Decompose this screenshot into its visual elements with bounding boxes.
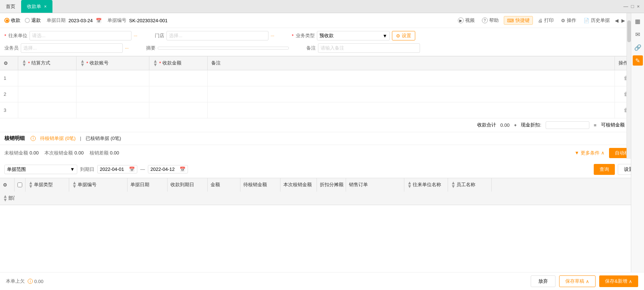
- calendar-icon[interactable]: 📅: [96, 18, 102, 23]
- th-account: ▲▼ * 收款账号: [76, 56, 149, 70]
- range-select[interactable]: 单据范围 ▼: [4, 165, 77, 174]
- shop-more-btn[interactable]: ···: [271, 33, 274, 38]
- chevron-up-icon: ∧: [601, 150, 605, 156]
- vth-checkbox[interactable]: [15, 178, 25, 192]
- vth-discount: 折扣分摊额: [317, 178, 346, 192]
- radio-income-circle: [4, 18, 9, 23]
- date-dash: —: [140, 166, 145, 172]
- business-type-select[interactable]: 预收款 ▼: [317, 31, 390, 40]
- th-settings[interactable]: ⚙: [0, 56, 18, 70]
- date-end-input[interactable]: 2022-04-12 📅: [148, 165, 188, 173]
- draft-chevron-icon: ∧: [586, 279, 589, 284]
- prev-info-icon[interactable]: i: [28, 279, 33, 284]
- nav-right-icon[interactable]: ▶: [621, 18, 625, 23]
- settings-label: 设置: [402, 32, 411, 39]
- verify-header: 核销明细 i 待核销单据 (0笔) | 已核销单据 (0笔): [0, 132, 644, 145]
- bottom-bar: 本单上欠 i 0.00 放弃 保存草稿 ∧ 保存&新增 ∧: [0, 272, 644, 290]
- window-min-btn[interactable]: —: [624, 4, 628, 9]
- td-num-2: 2: [0, 86, 18, 102]
- radio-refund[interactable]: 退款: [25, 17, 41, 24]
- verify-info-icon[interactable]: i: [31, 136, 36, 141]
- calendar-end-icon: 📅: [180, 166, 185, 172]
- window-close-btn[interactable]: ×: [637, 4, 640, 9]
- td-amount-1[interactable]: [149, 70, 208, 86]
- col-amount-label: 收款金额: [162, 60, 181, 66]
- help-btn[interactable]: ? 帮助: [480, 17, 501, 24]
- td-note-1[interactable]: [208, 70, 615, 86]
- note-input[interactable]: 请输入备注: [318, 43, 420, 53]
- shop-input[interactable]: 选择...: [166, 31, 268, 40]
- table-row: 1 🗑 ⧉: [0, 70, 644, 86]
- operations-btn[interactable]: ⚙ 操作: [559, 17, 578, 24]
- verify-section: 核销明细 i 待核销单据 (0笔) | 已核销单据 (0笔) 未核销金额 0.0…: [0, 132, 644, 290]
- vth-doc-num: ▲▼ 单据编号: [69, 178, 127, 192]
- partner-more-btn[interactable]: ···: [134, 33, 137, 38]
- video-btn[interactable]: ▶ 视频: [456, 17, 477, 24]
- radio-income[interactable]: 收款: [4, 17, 20, 24]
- print-btn[interactable]: 🖨 打印: [536, 17, 556, 24]
- td-payment-1[interactable]: [18, 70, 76, 86]
- tab-close-icon[interactable]: ×: [44, 4, 47, 9]
- col-dept-label: 部门名称: [8, 195, 15, 201]
- td-account-1[interactable]: [76, 70, 149, 86]
- help-label: 帮助: [489, 17, 499, 24]
- discount-input[interactable]: [546, 121, 589, 129]
- sidebar-edit-icon[interactable]: ✎: [633, 55, 643, 66]
- partner-placeholder: 请选...: [32, 32, 46, 39]
- tab-separator: |: [80, 136, 81, 141]
- td-account-2[interactable]: [76, 86, 149, 102]
- sidebar-mail-icon[interactable]: ✉: [633, 29, 643, 39]
- td-note-3[interactable]: [208, 102, 615, 118]
- history-btn[interactable]: 📄 历史单据: [581, 17, 612, 24]
- query-btn[interactable]: 查询: [594, 164, 615, 175]
- done-tab-label: 已核销单据: [86, 136, 109, 141]
- staff-more-btn[interactable]: ···: [125, 46, 129, 51]
- tab-collection[interactable]: 收款单 ×: [21, 0, 52, 13]
- save-draft-btn[interactable]: 保存草稿 ∧: [559, 275, 596, 287]
- scroll-thumb[interactable]: [627, 20, 631, 42]
- select-all-checkbox[interactable]: [17, 183, 22, 187]
- vth-current: 本次核销金额: [280, 178, 317, 192]
- current-verify-value: 0.00: [74, 150, 83, 156]
- td-num-1: 1: [0, 70, 18, 86]
- gear-icon: ⚙: [396, 33, 400, 39]
- td-payment-2[interactable]: [18, 86, 76, 102]
- summary-row: 收款合计 0.00 + 现金折扣: = 可核销金额 0.00: [0, 118, 644, 132]
- done-tab[interactable]: 已核销单据 (0笔): [86, 135, 121, 142]
- save-new-btn[interactable]: 保存&新增 ∧: [599, 275, 638, 287]
- form-row-2: 业务员 选择... ··· 摘要 备注 请输入备注: [4, 43, 640, 53]
- col-pending-label: 待核销金额: [243, 181, 267, 188]
- more-conditions-btn[interactable]: ▼ 更多条件 ∧: [574, 150, 605, 156]
- td-amount-3[interactable]: [149, 102, 208, 118]
- data-table: ⚙ ▲▼ * 结算方式 ▲▼ * 收款账号 ▲▼ * 收款金额 备注 操作: [0, 56, 644, 118]
- shortcut-btn[interactable]: ⌨ 快捷键: [504, 16, 533, 25]
- toolbar-actions: ▶ 视频 ? 帮助 ⌨ 快捷键 🖨 打印 ⚙ 操作 📄 历史单据: [456, 16, 640, 25]
- tab-home[interactable]: 首页: [0, 0, 21, 13]
- sidebar-table-icon[interactable]: ▦: [633, 16, 643, 26]
- form-settings-btn[interactable]: ⚙ 设置: [392, 31, 415, 40]
- pending-tab[interactable]: 待核销单据 (0笔): [40, 135, 76, 142]
- verify-filter: 单据范围 ▼ 到期日 2022-04-01 📅 — 2022-04-12 📅 查…: [0, 161, 644, 178]
- nav-left-icon[interactable]: ◀: [615, 18, 619, 23]
- date-start-value: 2022-04-01: [100, 166, 124, 172]
- discard-btn[interactable]: 放弃: [531, 275, 555, 287]
- abstract-input[interactable]: [158, 47, 289, 50]
- calendar-start-icon: 📅: [129, 166, 135, 172]
- td-amount-2[interactable]: [149, 86, 208, 102]
- vth-settings[interactable]: ⚙: [0, 178, 15, 192]
- sidebar-attach-icon[interactable]: 🔗: [633, 42, 643, 52]
- td-account-3[interactable]: [76, 102, 149, 118]
- print-icon: 🖨: [538, 18, 543, 23]
- diff-label: 核销差额: [90, 150, 109, 156]
- window-max-btn[interactable]: □: [631, 4, 634, 9]
- td-note-2[interactable]: [208, 86, 615, 102]
- keyboard-icon: ⌨: [507, 18, 514, 23]
- due-date-label: 到期日: [80, 166, 94, 173]
- partner-input[interactable]: 请选...: [30, 31, 131, 40]
- vth-due-date: 收款到期日: [168, 178, 208, 192]
- date-start-input[interactable]: 2022-04-01 📅: [97, 165, 137, 173]
- diff-stat: 核销差额 0.00: [90, 150, 119, 156]
- staff-input[interactable]: 选择...: [21, 43, 123, 53]
- td-payment-3[interactable]: [18, 102, 76, 118]
- history-label: 历史单据: [591, 17, 610, 24]
